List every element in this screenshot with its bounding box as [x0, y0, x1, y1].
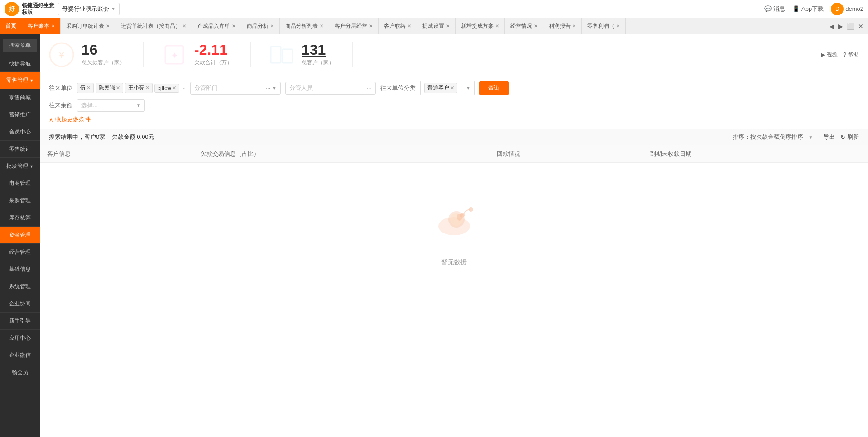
tab-close-purchase-order[interactable]: ✕: [106, 24, 110, 28]
stat-icon-total: [269, 42, 294, 67]
stat-number-debt: -2.11: [194, 43, 232, 57]
export-icon: ↑: [819, 134, 822, 141]
tab-customer-tier[interactable]: 客户分层经营 ✕: [329, 18, 379, 34]
collapse-button[interactable]: ∧ 收起更多条件: [49, 115, 859, 124]
sidebar-item-wholesale-mgmt[interactable]: 批发管理 ▼: [0, 158, 40, 175]
remove-tag-cjttcw[interactable]: ✕: [172, 85, 176, 91]
filter-tag-wang: 王小亮 ✕: [125, 83, 153, 93]
refresh-button[interactable]: ↻ 刷新: [840, 133, 859, 141]
svg-text:¥: ¥: [58, 50, 64, 60]
sidebar-item-inventory[interactable]: 库存核算: [0, 209, 40, 227]
tab-close-ops-situation[interactable]: ✕: [534, 24, 537, 28]
unit-type-chevron-icon: ▼: [466, 86, 470, 90]
tab-inbound-stats[interactable]: 进货单统计表（按商品） ✕: [115, 18, 192, 34]
stat-block-customers: ¥ 16 总欠款客户（家）: [49, 42, 144, 67]
person-more-icon: ···: [367, 85, 372, 91]
sidebar-item-member[interactable]: 会员中心: [0, 124, 40, 141]
search-menu-button[interactable]: 搜索菜单: [3, 39, 37, 52]
svg-rect-5: [283, 49, 293, 63]
sidebar-item-purchase-mgmt[interactable]: 采购管理: [0, 192, 40, 209]
tab-retail-profit[interactable]: 零售利润（ ✕: [582, 18, 626, 34]
tab-purchase-order[interactable]: 采购订单统计表 ✕: [61, 18, 115, 34]
data-table: 客户信息 欠款交易信息（占比） 回款情况 到期未收款日期: [40, 145, 868, 163]
sidebar-item-finance-mgmt[interactable]: 资金管理: [0, 227, 40, 244]
unit-type-tag: 普通客户 ✕: [424, 83, 457, 93]
filter-tag-wu: 伍 ✕: [77, 83, 94, 93]
tab-customer-contact[interactable]: 客户联络 ✕: [379, 18, 417, 34]
app-download-button[interactable]: 📱 App下载: [792, 5, 824, 13]
col-repayment: 回款情况: [489, 145, 643, 163]
query-button[interactable]: 查询: [479, 81, 509, 95]
sidebar-item-vip-member[interactable]: 畅会员: [0, 364, 40, 381]
tab-close-promo-settings[interactable]: ✕: [446, 24, 450, 28]
tab-close-customer-contact[interactable]: ✕: [408, 24, 411, 28]
sidebar-item-enterprise-wechat[interactable]: 企业微信: [0, 347, 40, 364]
video-help-button[interactable]: ▶ 视频: [821, 51, 838, 58]
sidebar-item-enterprise[interactable]: 企业协同: [0, 295, 40, 313]
tab-close-profit-report[interactable]: ✕: [572, 24, 576, 28]
tab-close-product-inbound[interactable]: ✕: [232, 24, 235, 28]
tab-close-new-promo[interactable]: ✕: [495, 24, 499, 28]
empty-text: 暂无数据: [441, 258, 467, 266]
sidebar-item-app-center[interactable]: 应用中心: [0, 330, 40, 347]
result-actions: 排序：按欠款金额倒序排序 ▼ ↑ 导出 ↻ 刷新: [733, 133, 859, 141]
tab-close-retail-profit[interactable]: ✕: [616, 24, 620, 28]
main-layout: 搜索菜单 快捷导航 零售管理 ▼ 零售商城 营销推广 会员中心 零售统计 批发管…: [0, 34, 868, 437]
sidebar-item-ops-mgmt[interactable]: 经营管理: [0, 244, 40, 261]
help-button[interactable]: ? 帮助: [843, 51, 859, 58]
user-menu[interactable]: D demo2: [831, 3, 863, 15]
stat-info-customers: 16 总欠款客户（家）: [82, 43, 125, 66]
message-icon: 💬: [764, 5, 772, 12]
filter-bar: 往来单位 伍 ✕ 陈民强 ✕ 王小亮 ✕ cjttcw: [40, 75, 868, 129]
person-selector[interactable]: 分管人员 ···: [285, 82, 376, 95]
col-customer-info: 客户信息: [40, 145, 193, 163]
tab-close-product-analysis[interactable]: ✕: [270, 24, 274, 28]
sort-label: 排序：按欠款金额倒序排序: [733, 133, 803, 141]
tab-product-inbound[interactable]: 产成品入库单 ✕: [192, 18, 241, 34]
tab-customer-cost[interactable]: 客户账本 ✕: [22, 18, 61, 34]
tab-close-customer-tier[interactable]: ✕: [369, 24, 373, 28]
phone-icon: 📱: [792, 5, 800, 12]
remove-tag-chen[interactable]: ✕: [116, 85, 120, 91]
tab-new-promo[interactable]: 新增提成方案 ✕: [456, 18, 505, 34]
sidebar-item-ecommerce[interactable]: 电商管理: [0, 175, 40, 192]
message-button[interactable]: 💬 消息: [764, 5, 785, 13]
more-tags-button[interactable]: ···: [181, 85, 186, 91]
play-icon: ▶: [821, 52, 825, 58]
sidebar-item-retail-stats[interactable]: 零售统计: [0, 141, 40, 158]
tab-bar: 首页 客户账本 ✕ 采购订单统计表 ✕ 进货单统计表（按商品） ✕ 产成品入库单…: [0, 18, 868, 34]
sidebar-item-new-guide[interactable]: 新手引导: [0, 313, 40, 330]
tab-close-customer-cost[interactable]: ✕: [51, 24, 55, 28]
export-button[interactable]: ↑ 导出: [819, 133, 835, 141]
tab-prev-button[interactable]: ◀: [829, 22, 835, 31]
stat-info-debt: -2.11 欠款合计（万）: [194, 43, 232, 66]
store-selector[interactable]: 母婴行业演示账套 ▼: [58, 3, 120, 15]
tab-maximize-button[interactable]: ⬜: [846, 22, 855, 31]
dept-selector[interactable]: 分管部门 ··· ▼: [190, 82, 281, 95]
tab-close-inbound-stats[interactable]: ✕: [182, 24, 186, 28]
sidebar-quick-nav[interactable]: 快捷导航: [0, 57, 40, 72]
tab-close-all-button[interactable]: ✕: [857, 22, 864, 31]
tab-product-analysis-list[interactable]: 商品分析列表 ✕: [280, 18, 329, 34]
tab-ops-situation[interactable]: 经营情况 ✕: [505, 18, 543, 34]
sidebar-item-marketing[interactable]: 营销推广: [0, 106, 40, 124]
sidebar-item-retail-mall[interactable]: 零售商城: [0, 89, 40, 106]
filter-unit-label: 往来单位: [49, 84, 72, 92]
tab-promo-settings[interactable]: 提成设置 ✕: [417, 18, 456, 34]
tab-profit-report[interactable]: 利润报告 ✕: [543, 18, 582, 34]
unit-type-selector[interactable]: 普通客户 ✕ ▼: [420, 81, 475, 95]
sidebar-item-sys-mgmt[interactable]: 系统管理: [0, 278, 40, 295]
remove-tag-wu[interactable]: ✕: [86, 85, 91, 91]
tab-next-button[interactable]: ▶: [837, 22, 844, 31]
tab-home[interactable]: 首页: [0, 18, 22, 34]
tab-close-product-analysis-list[interactable]: ✕: [320, 24, 323, 28]
remove-tag-wang[interactable]: ✕: [145, 85, 149, 91]
stat-label-total: 总客户（家）: [302, 59, 334, 66]
sidebar-item-retail-mgmt[interactable]: 零售管理 ▼: [0, 72, 40, 89]
chevron-down-icon: ▼: [29, 78, 34, 83]
remove-unit-type-tag[interactable]: ✕: [450, 85, 454, 91]
tab-product-analysis[interactable]: 商品分析 ✕: [241, 18, 280, 34]
empty-state: 暂无数据: [40, 163, 868, 303]
sidebar-item-basic-info[interactable]: 基础信息: [0, 261, 40, 278]
balance-selector[interactable]: 选择... ▼: [77, 99, 145, 112]
